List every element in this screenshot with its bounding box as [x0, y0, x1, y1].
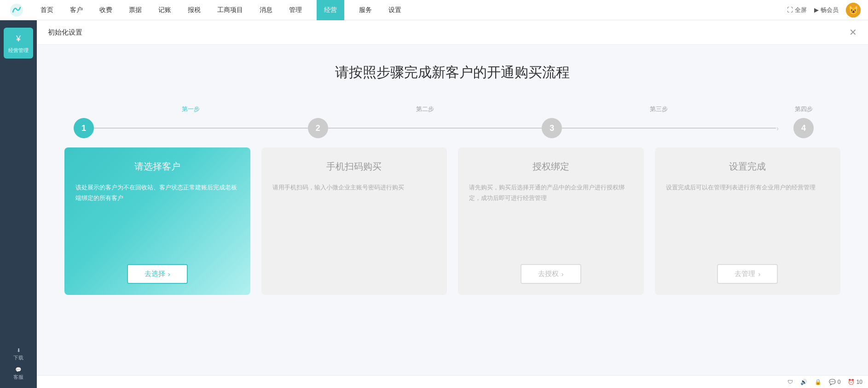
nav-settings[interactable]: 设置 [387, 0, 403, 20]
card-desc-2: 请用手机扫码，输入小微企业主账号密码进行购买 [272, 182, 436, 284]
fullscreen-icon: ⛶ [787, 6, 793, 13]
card-btn-4[interactable]: 去管理 › [717, 264, 778, 284]
lock-icon: 🔒 [815, 379, 822, 385]
card-title-4: 设置完成 [666, 160, 830, 173]
step-label-2: 第二步 [416, 105, 434, 113]
nav-tax[interactable]: 报税 [186, 0, 203, 20]
cards-row: 请选择客户 该处展示的客户为不在回收站、客户状态正常建账后完成老板端绑定的所有客… [64, 147, 840, 295]
connector-1: › [94, 128, 308, 129]
step-item-4: 第四步 4 [776, 105, 831, 138]
message-count: 💬 0 [829, 379, 840, 385]
nav-message[interactable]: 消息 [258, 0, 274, 20]
btn-arrow-4: › [758, 270, 760, 278]
main-title: 请按照步骤完成新客户的开通购买流程 [64, 63, 840, 82]
card-desc-1: 该处展示的客户为不在回收站、客户状态正常建账后完成老板端绑定的所有客户 [75, 182, 239, 253]
page-header-title: 初始化设置 [48, 28, 82, 37]
fullscreen-btn[interactable]: ⛶ 全屏 [787, 6, 807, 14]
sidebar-bottom: ⬇ 下载 💬 客服 [13, 347, 23, 381]
step-label-1: 第一步 [182, 105, 200, 113]
nav-service[interactable]: 服务 [357, 0, 374, 20]
card-desc-4: 设置完成后可以在管理列表进行所有企业用户的经营管理 [666, 182, 830, 253]
download-icon: ⬇ [17, 347, 21, 353]
step-circle-3: 3 [542, 118, 562, 138]
shield-icon: 🛡 [787, 379, 793, 385]
nav-biz[interactable]: 工商项目 [215, 0, 245, 20]
nav-manage[interactable]: 管理 [287, 0, 304, 20]
close-button[interactable]: ✕ [849, 27, 857, 38]
support-icon: 💬 [15, 367, 22, 373]
card-title-1: 请选择客户 [75, 160, 239, 173]
card-btn-1[interactable]: 去选择 › [127, 264, 188, 284]
connector-2: › [328, 128, 542, 129]
member-btn[interactable]: ▶ 畅会员 [814, 6, 839, 14]
step-item-2: 第二步 2 › [308, 105, 542, 138]
sidebar-download[interactable]: ⬇ 下载 [13, 347, 23, 361]
user-avatar[interactable]: 😺 [846, 3, 861, 18]
sidebar-label-operation: 经营管理 [8, 47, 29, 54]
nav-invoice[interactable]: 票据 [127, 0, 144, 20]
card-desc-3: 请先购买，购买后选择开通的产品中的企业用户进行授权绑定，成功后即可进行经营管理 [469, 182, 633, 253]
member-icon: ▶ [814, 6, 819, 13]
step-label-3: 第三步 [650, 105, 668, 113]
step-circle-2: 2 [308, 118, 328, 138]
left-sidebar: ¥ 经营管理 ⬇ 下载 💬 客服 [0, 20, 37, 388]
card-title-2: 手机扫码购买 [272, 160, 436, 173]
status-bar-right: 🛡 🔊 🔒 💬 0 ⏰ 10 [787, 379, 862, 385]
app-logo [7, 1, 26, 19]
nav-fees[interactable]: 收费 [98, 0, 114, 20]
operation-icon: ¥ [12, 32, 25, 45]
btn-arrow-1: › [168, 270, 170, 278]
step-circle-4: 4 [793, 118, 814, 138]
status-bar: ▶ 完成 🛡 🔊 🔒 💬 0 ⏰ 10 [0, 375, 868, 388]
step-card-1: 请选择客户 该处展示的客户为不在回收站、客户状态正常建账后完成老板端绑定的所有客… [64, 147, 250, 295]
step-card-4: 设置完成 设置完成后可以在管理列表进行所有企业用户的经营管理 去管理 › [655, 147, 841, 295]
arrow-3: › [776, 124, 779, 133]
top-navigation: 首页 客户 收费 票据 记账 报税 工商项目 消息 管理 经营 服务 设置 ⛶ … [0, 0, 868, 20]
step-label-4: 第四步 [795, 105, 813, 113]
step-item-3: 第三步 3 › [542, 105, 776, 138]
nav-customer[interactable]: 客户 [68, 0, 85, 20]
nav-operation[interactable]: 经营 [317, 0, 344, 20]
step-card-2: 手机扫码购买 请用手机扫码，输入小微企业主账号密码进行购买 [261, 147, 447, 295]
clock-icon: ⏰ 10 [848, 379, 862, 385]
step-circle-1: 1 [74, 118, 94, 138]
btn-arrow-3: › [561, 270, 564, 278]
card-btn-3[interactable]: 去授权 › [521, 264, 581, 284]
page-header: 初始化设置 ✕ [37, 20, 868, 45]
svg-text:😺: 😺 [848, 5, 859, 15]
nav-accounting[interactable]: 记账 [156, 0, 173, 20]
connector-3: › [562, 128, 776, 129]
sidebar-item-operation[interactable]: ¥ 经营管理 [4, 28, 33, 59]
main-content: 初始化设置 ✕ 请按照步骤完成新客户的开通购买流程 第一步 1 › [37, 20, 868, 388]
card-title-3: 授权绑定 [469, 160, 633, 173]
step-item-1: 第一步 1 › [74, 105, 308, 138]
step-card-3: 授权绑定 请先购买，购买后选择开通的产品中的企业用户进行授权绑定，成功后即可进行… [458, 147, 644, 295]
content-area: 请按照步骤完成新客户的开通购买流程 第一步 1 › 第二步 [37, 45, 868, 388]
nav-right-area: ⛶ 全屏 ▶ 畅会员 😺 [787, 3, 861, 18]
volume-icon: 🔊 [800, 379, 807, 385]
steps-indicator: 第一步 1 › 第二步 2 [64, 105, 840, 138]
nav-home[interactable]: 首页 [39, 0, 55, 20]
sidebar-support[interactable]: 💬 客服 [13, 367, 23, 381]
